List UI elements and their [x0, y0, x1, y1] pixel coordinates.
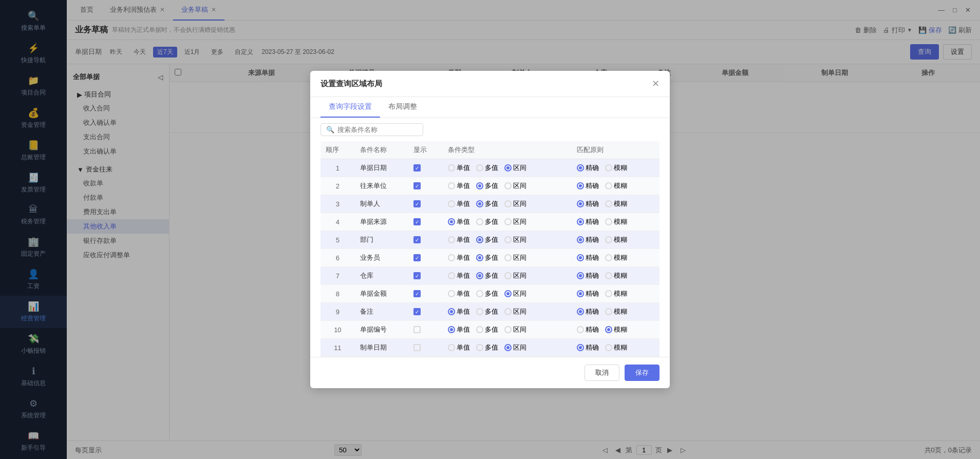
modal-tab-field-settings[interactable]: 查询字段设置	[321, 97, 380, 118]
radio-模糊[interactable]: 模糊	[605, 181, 627, 190]
match-radio-group: 精确 模糊	[577, 217, 654, 226]
radio-精确[interactable]: 精确	[577, 307, 599, 316]
radio-多值[interactable]: 多值	[476, 307, 498, 316]
cell-show[interactable]: ✓	[408, 213, 443, 231]
radio-精确[interactable]: 精确	[577, 343, 599, 352]
radio-区间[interactable]: 区间	[504, 163, 526, 173]
save-button[interactable]: 保存	[625, 365, 659, 381]
show-checkbox[interactable]: ✓	[413, 182, 421, 189]
show-checkbox[interactable]: ✓	[413, 200, 421, 207]
radio-circle	[577, 308, 584, 315]
show-checkbox[interactable]: ✓	[413, 218, 421, 225]
radio-区间[interactable]: 区间	[504, 181, 526, 190]
radio-精确[interactable]: 精确	[577, 253, 599, 262]
modal-overlay[interactable]: 设置查询区域布局 ✕ 查询字段设置 布局调整 🔍	[0, 0, 980, 459]
radio-区间[interactable]: 区间	[504, 343, 526, 352]
show-checkbox[interactable]: ✓	[413, 290, 421, 297]
match-radio-group: 精确 模糊	[577, 199, 654, 208]
show-checkbox[interactable]	[413, 344, 421, 351]
cell-show[interactable]: ✓	[408, 267, 443, 285]
radio-精确[interactable]: 精确	[577, 217, 599, 226]
cell-show[interactable]: ✓	[408, 249, 443, 267]
radio-多值[interactable]: 多值	[476, 325, 498, 334]
cell-name: 往来单位	[355, 177, 408, 195]
radio-模糊[interactable]: 模糊	[605, 253, 627, 262]
radio-多值[interactable]: 多值	[476, 181, 498, 190]
modal-tabs: 查询字段设置 布局调整	[310, 97, 670, 118]
cell-show[interactable]: ✓	[408, 177, 443, 195]
radio-多值[interactable]: 多值	[476, 343, 498, 352]
radio-单值[interactable]: 单值	[448, 271, 470, 280]
radio-区间[interactable]: 区间	[504, 217, 526, 226]
radio-label: 单值	[457, 289, 470, 298]
radio-模糊[interactable]: 模糊	[605, 343, 627, 352]
cell-type: 单值 多值 区间	[443, 231, 572, 249]
radio-单值[interactable]: 单值	[448, 307, 470, 316]
radio-模糊[interactable]: 模糊	[605, 289, 627, 298]
cell-show[interactable]: ✓	[408, 285, 443, 303]
radio-区间[interactable]: 区间	[504, 271, 526, 280]
radio-多值[interactable]: 多值	[476, 253, 498, 262]
cell-show[interactable]: ✓	[408, 159, 443, 177]
radio-模糊[interactable]: 模糊	[605, 163, 627, 173]
th-name: 条件名称	[355, 141, 408, 159]
radio-精确[interactable]: 精确	[577, 325, 599, 334]
show-checkbox[interactable]: ✓	[413, 272, 421, 279]
radio-区间[interactable]: 区间	[504, 289, 526, 298]
radio-单值[interactable]: 单值	[448, 181, 470, 190]
radio-精确[interactable]: 精确	[577, 163, 599, 173]
radio-多值[interactable]: 多值	[476, 163, 498, 173]
modal-close-button[interactable]: ✕	[652, 78, 659, 89]
radio-精确[interactable]: 精确	[577, 235, 599, 244]
radio-circle	[504, 272, 512, 279]
cell-show[interactable]: ✓	[408, 303, 443, 321]
radio-多值[interactable]: 多值	[476, 271, 498, 280]
radio-label: 多值	[485, 289, 498, 298]
radio-精确[interactable]: 精确	[577, 289, 599, 298]
radio-模糊[interactable]: 模糊	[605, 199, 627, 208]
modal-search-input[interactable]	[337, 126, 420, 133]
show-checkbox[interactable]: ✓	[413, 236, 421, 243]
radio-单值[interactable]: 单值	[448, 325, 470, 334]
match-radio-group: 精确 模糊	[577, 253, 654, 262]
radio-模糊[interactable]: 模糊	[605, 325, 627, 334]
radio-多值[interactable]: 多值	[476, 289, 498, 298]
radio-单值[interactable]: 单值	[448, 217, 470, 226]
modal-tab-layout[interactable]: 布局调整	[380, 97, 425, 118]
show-checkbox[interactable]	[413, 326, 421, 333]
show-checkbox[interactable]: ✓	[413, 254, 421, 261]
radio-模糊[interactable]: 模糊	[605, 307, 627, 316]
radio-单值[interactable]: 单值	[448, 235, 470, 244]
radio-区间[interactable]: 区间	[504, 199, 526, 208]
radio-单值[interactable]: 单值	[448, 343, 470, 352]
cell-show[interactable]: ✓	[408, 195, 443, 213]
cell-match: 精确 模糊	[572, 159, 659, 177]
cell-name: 单据来源	[355, 213, 408, 231]
radio-多值[interactable]: 多值	[476, 217, 498, 226]
radio-单值[interactable]: 单值	[448, 163, 470, 173]
show-checkbox[interactable]: ✓	[413, 164, 421, 171]
radio-单值[interactable]: 单值	[448, 289, 470, 298]
radio-多值[interactable]: 多值	[476, 235, 498, 244]
radio-精确[interactable]: 精确	[577, 199, 599, 208]
cell-show[interactable]: ✓	[408, 231, 443, 249]
show-checkbox[interactable]: ✓	[413, 308, 421, 315]
radio-多值[interactable]: 多值	[476, 199, 498, 208]
radio-区间[interactable]: 区间	[504, 253, 526, 262]
radio-区间[interactable]: 区间	[504, 235, 526, 244]
radio-模糊[interactable]: 模糊	[605, 217, 627, 226]
radio-模糊[interactable]: 模糊	[605, 235, 627, 244]
radio-区间[interactable]: 区间	[504, 325, 526, 334]
radio-精确[interactable]: 精确	[577, 181, 599, 190]
modal-header: 设置查询区域布局 ✕	[310, 71, 670, 97]
cancel-button[interactable]: 取消	[585, 365, 619, 381]
cell-show[interactable]	[408, 321, 443, 339]
radio-单值[interactable]: 单值	[448, 253, 470, 262]
radio-单值[interactable]: 单值	[448, 199, 470, 208]
radio-区间[interactable]: 区间	[504, 307, 526, 316]
radio-label: 多值	[485, 217, 498, 226]
radio-模糊[interactable]: 模糊	[605, 271, 627, 280]
radio-精确[interactable]: 精确	[577, 271, 599, 280]
type-radio-group: 单值 多值 区间	[448, 163, 567, 173]
cell-show[interactable]	[408, 339, 443, 357]
